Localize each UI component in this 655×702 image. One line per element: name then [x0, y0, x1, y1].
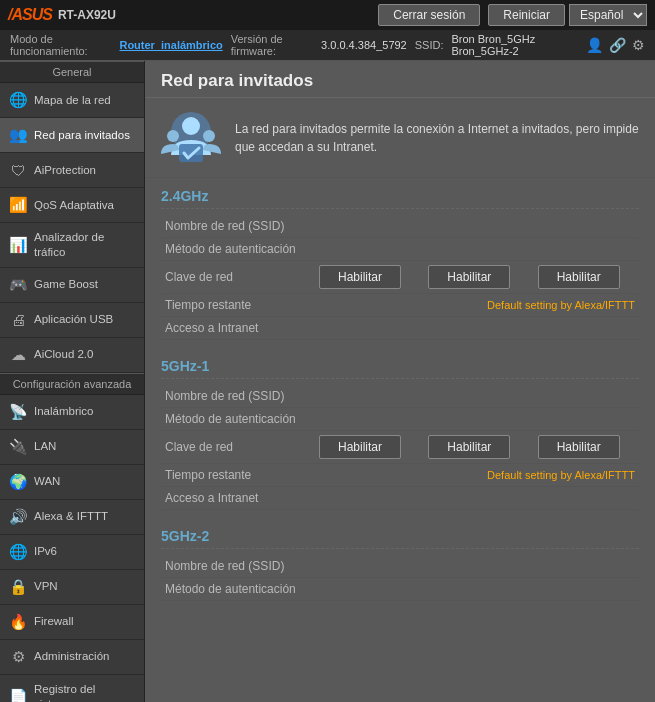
freq-2-4ghz-table: Nombre de red (SSID) Método de autentica… [161, 215, 639, 340]
sidebar-label-lan: LAN [34, 439, 56, 454]
sidebar-item-red-invitados[interactable]: 👥 Red para invitados [0, 118, 144, 153]
nombre-red-52-val-1 [311, 555, 420, 578]
habilitar-button-51-2[interactable]: Habilitar [428, 435, 510, 459]
map-icon: 🌐 [8, 90, 28, 110]
shield-icon: 🛡 [8, 160, 28, 180]
chart-icon: 📊 [8, 235, 28, 255]
metodo-5-1-val-2 [420, 408, 529, 431]
advanced-section-label: Configuración avanzada [0, 373, 144, 395]
metodo-label: Método de autenticación [161, 238, 311, 261]
table-row: Acceso a Intranet [161, 317, 639, 340]
habilitar-button-24-1[interactable]: Habilitar [319, 265, 401, 289]
freq-5ghz-2-table: Nombre de red (SSID) Método de autentica… [161, 555, 639, 601]
sidebar-item-aiprotection[interactable]: 🛡 AiProtection [0, 153, 144, 188]
acceso-intranet-value-2 [420, 317, 529, 340]
metodo-5-1-val-3 [530, 408, 639, 431]
tiempo-5-1-label: Tiempo restante [161, 464, 311, 487]
acceso-5-1-label: Acceso a Intranet [161, 487, 311, 510]
sidebar-item-administracion[interactable]: ⚙ Administración [0, 640, 144, 675]
habilitar-button-51-1[interactable]: Habilitar [319, 435, 401, 459]
habilitar-button-51-3[interactable]: Habilitar [538, 435, 620, 459]
sidebar-item-wan[interactable]: 🌍 WAN [0, 465, 144, 500]
model-name: RT-AX92U [58, 8, 116, 22]
sidebar-label-wan: WAN [34, 474, 60, 489]
tiempo-restante-label: Tiempo restante [161, 294, 311, 317]
intro-box: La red para invitados permite la conexió… [145, 98, 655, 178]
person-icon: 👤 [586, 37, 603, 53]
sidebar-label-mapa-red: Mapa de la red [34, 93, 111, 108]
sidebar-item-aicloud[interactable]: ☁ AiCloud 2.0 [0, 338, 144, 373]
sidebar-item-vpn[interactable]: 🔒 VPN [0, 570, 144, 605]
svg-point-1 [182, 117, 200, 135]
sidebar-item-firewall[interactable]: 🔥 Firewall [0, 605, 144, 640]
ssid-value: Bron Bron_5GHz Bron_5GHz-2 [451, 33, 578, 57]
metodo-value-2 [420, 238, 529, 261]
habilitar-cell-2: Habilitar [420, 261, 529, 294]
asus-logo: /ASUS [8, 6, 52, 24]
alexa-note-24: Default setting by Alexa/IFTTT [311, 294, 639, 317]
metodo-value-3 [530, 238, 639, 261]
mode-label: Modo de funcionamiento: [10, 33, 111, 57]
svg-point-2 [167, 130, 179, 142]
acceso-intranet-value-1 [311, 317, 420, 340]
sidebar-item-aplicacion-usb[interactable]: 🖨 Aplicación USB [0, 303, 144, 338]
nombre-red-value-2 [420, 215, 529, 238]
nombre-red-value-1 [311, 215, 420, 238]
sidebar-item-ipv6[interactable]: 🌐 IPv6 [0, 535, 144, 570]
vpn-icon: 🔒 [8, 577, 28, 597]
metodo-5-1-label: Método de autenticación [161, 408, 311, 431]
acceso-5-1-val-2 [420, 487, 529, 510]
freq-5ghz-1-table: Nombre de red (SSID) Método de autentica… [161, 385, 639, 510]
sidebar-label-administracion: Administración [34, 649, 109, 664]
page-title: Red para invitados [161, 71, 639, 91]
habilitar-button-24-2[interactable]: Habilitar [428, 265, 510, 289]
habilitar-5-1-cell-2: Habilitar [420, 431, 529, 464]
sidebar-item-lan[interactable]: 🔌 LAN [0, 430, 144, 465]
metodo-52-val-2 [420, 578, 529, 601]
sidebar-item-alexa-ifttt[interactable]: 🔊 Alexa & IFTTT [0, 500, 144, 535]
sidebar-item-mapa-red[interactable]: 🌐 Mapa de la red [0, 83, 144, 118]
gamepad-icon: 🎮 [8, 275, 28, 295]
acceso-intranet-value-3 [530, 317, 639, 340]
freq-5ghz-2-title: 5GHz-2 [161, 528, 639, 549]
acceso-5-1-val-3 [530, 487, 639, 510]
sidebar-label-vpn: VPN [34, 579, 58, 594]
sidebar-label-qos: QoS Adaptativa [34, 198, 114, 213]
metodo-value-1 [311, 238, 420, 261]
table-row: Clave de red Habilitar Habilitar Habilit… [161, 431, 639, 464]
table-row: Método de autenticación [161, 408, 639, 431]
sidebar-item-inalambrico[interactable]: 📡 Inalámbrico [0, 395, 144, 430]
language-select[interactable]: Español [569, 4, 647, 26]
section-5ghz-1: 5GHz-1 Nombre de red (SSID) Método de au… [145, 348, 655, 510]
sidebar-item-registro[interactable]: 📄 Registro del sistema [0, 675, 144, 702]
sidebar: General 🌐 Mapa de la red 👥 Red para invi… [0, 61, 145, 702]
cerrar-sesion-button[interactable]: Cerrar sesión [378, 4, 480, 26]
sidebar-item-analizador[interactable]: 📊 Analizador de tráfico [0, 223, 144, 268]
nombre-red-value-3 [530, 215, 639, 238]
wan-icon: 🌍 [8, 472, 28, 492]
clave-red-label: Clave de red [161, 261, 311, 294]
nombre-red-52-val-3 [530, 555, 639, 578]
sidebar-label-ipv6: IPv6 [34, 544, 57, 559]
table-row: Método de autenticación [161, 578, 639, 601]
alexa-icon: 🔊 [8, 507, 28, 527]
sidebar-item-qos[interactable]: 📶 QoS Adaptativa [0, 188, 144, 223]
table-row: Nombre de red (SSID) [161, 385, 639, 408]
sidebar-label-game-boost: Game Boost [34, 277, 98, 292]
page-header: Red para invitados [145, 61, 655, 98]
signal-icon: 📶 [8, 195, 28, 215]
nombre-red-5-1-val-2 [420, 385, 529, 408]
table-row: Tiempo restante Default setting by Alexa… [161, 294, 639, 317]
habilitar-cell-3: Habilitar [530, 261, 639, 294]
sidebar-item-game-boost[interactable]: 🎮 Game Boost [0, 268, 144, 303]
habilitar-cell-1: Habilitar [311, 261, 420, 294]
fw-label: Versión de firmware: [231, 33, 313, 57]
habilitar-button-24-3[interactable]: Habilitar [538, 265, 620, 289]
sidebar-label-inalambrico: Inalámbrico [34, 404, 93, 419]
sidebar-label-firewall: Firewall [34, 614, 74, 629]
sidebar-label-registro: Registro del sistema [34, 682, 136, 702]
reiniciar-button[interactable]: Reiniciar [488, 4, 565, 26]
freq-2-4ghz-title: 2.4GHz [161, 188, 639, 209]
nombre-red-5-1-label: Nombre de red (SSID) [161, 385, 311, 408]
sidebar-label-alexa-ifttt: Alexa & IFTTT [34, 509, 108, 524]
